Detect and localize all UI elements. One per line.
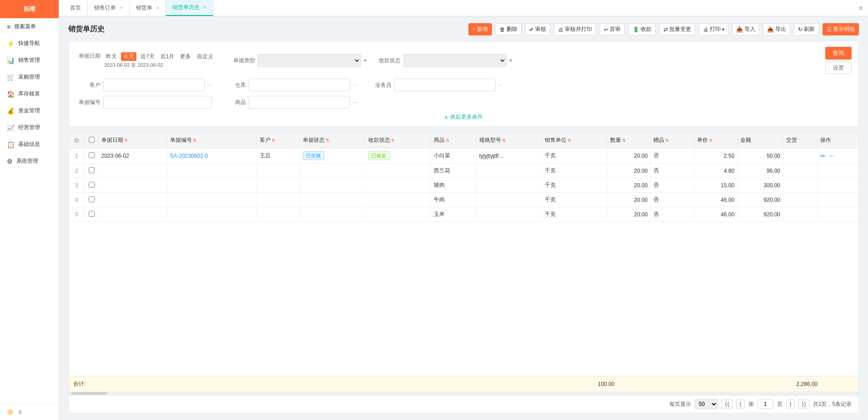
tab-bar-close-all[interactable]: ✕ xyxy=(858,5,863,12)
col-amount-header[interactable]: 金额 xyxy=(738,133,783,148)
batch-change-button[interactable]: ⇄ 批量变更 xyxy=(659,23,695,35)
per-page-select[interactable]: 50 100 200 xyxy=(695,399,718,409)
col-paystatus-label: 收款状态 xyxy=(368,137,390,143)
abandon-button[interactable]: ↩ 弃审 xyxy=(600,23,625,35)
col-trade-header[interactable]: 交货 xyxy=(783,133,818,148)
sidebar-item-basic-info[interactable]: 📋 基础信息 xyxy=(0,136,59,153)
tab-sales-delivery[interactable]: 销货单 × xyxy=(130,0,166,16)
ops-mgmt-icon: 📈 xyxy=(7,124,15,131)
tab-sales-order-close[interactable]: × xyxy=(120,5,123,10)
col-date-header[interactable]: 单据日期⇅ xyxy=(98,133,167,148)
date-tabs: 昨天 今天 近7天 近1月 更多 自定义 xyxy=(104,52,215,61)
col-docstatus-header[interactable]: 单据状态⇅ xyxy=(300,133,365,148)
col-gear[interactable]: ⚙ xyxy=(69,133,85,148)
date-tab-today[interactable]: 今天 xyxy=(121,52,136,61)
audit-print-button[interactable]: 🖨 审核并打印 xyxy=(554,23,596,35)
warehouse-filter: 仓库 ··· xyxy=(221,79,357,91)
spec-sort-icon: ⇅ xyxy=(502,138,506,143)
scroll-bar[interactable] xyxy=(69,391,858,395)
row-paystatus xyxy=(366,193,431,207)
salesperson-dots[interactable]: ··· xyxy=(498,82,503,88)
table-scroll-area[interactable]: ⚙ 单据日期⇅ 单据编号⇅ 客户⇅ 单据状态⇅ 收款状态⇅ 商品⇅ 规格型号⇅ … xyxy=(69,133,858,376)
export-button[interactable]: 📤 导出 xyxy=(763,23,790,35)
row-checkbox-cell[interactable] xyxy=(85,178,98,193)
tab-sales-delivery-close[interactable]: × xyxy=(156,5,159,10)
scroll-thumb[interactable] xyxy=(71,392,107,395)
show-detail-button[interactable]: ☰ 显示明细 xyxy=(823,23,859,35)
col-price-header[interactable]: 单价⇅ xyxy=(694,133,737,148)
col-unit-header[interactable]: 销售单位⇅ xyxy=(542,133,607,148)
tab-home[interactable]: 首页 xyxy=(64,0,88,16)
customer-input[interactable] xyxy=(103,79,205,91)
col-paystatus-header[interactable]: 收款状态⇅ xyxy=(366,133,431,148)
date-tab-more[interactable]: 更多 xyxy=(178,52,193,61)
sidebar-item-ops-mgmt[interactable]: 📈 经营管理 xyxy=(0,119,59,136)
goods-dots[interactable]: ··· xyxy=(353,99,357,105)
tab-sales-history[interactable]: 销货单历史 × xyxy=(166,0,213,16)
edit-icon[interactable]: ✏ xyxy=(820,152,826,160)
row-checkbox-cell[interactable] xyxy=(85,148,98,164)
row-checkbox[interactable] xyxy=(89,167,95,173)
audit-print-icon: 🖨 xyxy=(558,26,563,33)
sidebar-bottom-icon1[interactable]: 🔆 xyxy=(7,409,14,415)
col-goods-header[interactable]: 商品⇅ xyxy=(431,133,476,148)
collapse-button[interactable]: ∧ 收起更多条件 xyxy=(75,113,852,121)
sidebar-bottom-icon2[interactable]: ⏸ xyxy=(17,409,23,415)
import-button[interactable]: 📥 导入 xyxy=(732,23,759,35)
col-customer-header[interactable]: 客户⇅ xyxy=(256,133,300,148)
collect-button[interactable]: 💲 收款 xyxy=(628,23,656,35)
new-button[interactable]: + 新增 xyxy=(468,23,492,35)
page-number-input[interactable] xyxy=(758,400,773,409)
col-checkbox-header[interactable] xyxy=(85,133,98,148)
row-checkbox[interactable] xyxy=(89,182,95,188)
sidebar-item-search[interactable]: ≡ 搜索菜单 xyxy=(0,18,59,35)
sidebar-item-system-mgmt[interactable]: ⚙ 系统管理 xyxy=(0,153,59,170)
more-icon[interactable]: ⋯ xyxy=(828,152,835,160)
sidebar-item-quick-nav[interactable]: ⚡ 快捷导航 xyxy=(0,35,59,52)
row-checkbox-cell[interactable] xyxy=(85,193,98,207)
tab-sales-history-close[interactable]: × xyxy=(204,5,206,10)
goods-input[interactable] xyxy=(249,96,350,109)
audit-button[interactable]: ✔ 审核 xyxy=(525,23,550,35)
warehouse-dots[interactable]: ··· xyxy=(353,82,357,88)
last-page-button[interactable]: ⟩⟩ xyxy=(798,400,809,409)
sidebar-item-purchase-mgmt[interactable]: 🛒 采购管理 xyxy=(0,69,59,85)
doc-type-select[interactable] xyxy=(258,54,361,67)
next-page-button[interactable]: ⟩ xyxy=(786,400,795,409)
doc-no-link[interactable]: SA-20230602-0 xyxy=(170,153,208,159)
date-tab-custom[interactable]: 自定义 xyxy=(195,52,215,61)
row-checkbox[interactable] xyxy=(89,152,95,158)
date-tab-yesterday[interactable]: 昨天 xyxy=(104,52,119,61)
col-gift-header[interactable]: 赠品⇅ xyxy=(651,133,694,148)
col-qty-header[interactable]: 数量⇅ xyxy=(607,133,650,148)
sidebar-item-inventory[interactable]: 🏠 库存核算 xyxy=(0,85,59,102)
payment-status-select[interactable] xyxy=(403,54,507,67)
row-checkbox[interactable] xyxy=(89,196,95,202)
date-filter-group: 单据日期 昨天 今天 近7天 近1月 更多 自定义 2023-06-02 至 2… xyxy=(75,52,221,69)
print-button[interactable]: 🖨 打印 ▾ xyxy=(699,23,728,35)
delete-button[interactable]: 🗑 删除 xyxy=(496,23,522,35)
sidebar-item-fund-mgmt[interactable]: 💰 资金管理 xyxy=(0,102,59,119)
col-spec-header[interactable]: 规格型号⇅ xyxy=(476,133,542,148)
prev-page-button[interactable]: ⟨ xyxy=(736,400,745,409)
row-unit: 千克 xyxy=(542,193,607,207)
refresh-button[interactable]: ↻ 刷新 xyxy=(794,23,819,35)
row-checkbox-cell[interactable] xyxy=(85,164,98,178)
first-page-button[interactable]: ⟨⟨ xyxy=(722,400,733,409)
gear-icon[interactable]: ⚙ xyxy=(74,137,80,144)
row-checkbox-cell[interactable] xyxy=(85,207,98,222)
select-all-checkbox[interactable] xyxy=(89,137,95,143)
doc-no-input[interactable] xyxy=(103,96,212,109)
warehouse-input[interactable] xyxy=(249,79,350,91)
sidebar-item-sales-mgmt[interactable]: 📊 销售管理 xyxy=(0,52,59,69)
date-tab-1month[interactable]: 近1月 xyxy=(159,52,176,61)
tab-sales-order[interactable]: 销售订单 × xyxy=(88,0,130,16)
col-docno-header[interactable]: 单据编号⇅ xyxy=(167,133,256,148)
date-tab-7days[interactable]: 近7天 xyxy=(139,52,156,61)
customer-dots[interactable]: ··· xyxy=(207,82,212,88)
setting-button[interactable]: 设置 xyxy=(825,62,852,74)
row-spec xyxy=(476,193,542,207)
query-button[interactable]: 查询 xyxy=(825,47,852,60)
salesperson-input[interactable] xyxy=(394,79,496,91)
row-checkbox[interactable] xyxy=(89,211,95,217)
